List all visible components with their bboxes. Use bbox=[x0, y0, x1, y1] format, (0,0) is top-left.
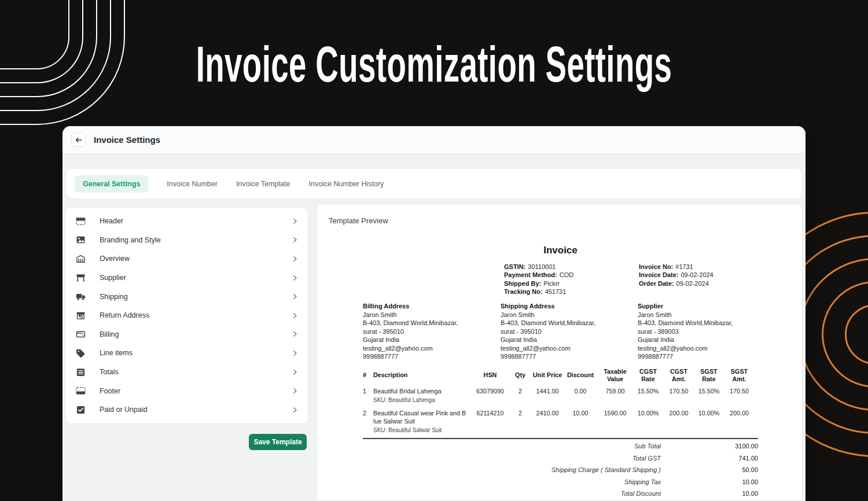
totals-list-icon bbox=[76, 367, 86, 377]
address-block: Shipping Address Jaron Smith B-403, Diam… bbox=[501, 302, 638, 361]
invoice-settings-window: Invoice Settings General Settings Invoic… bbox=[62, 126, 806, 501]
tab-label: General Settings bbox=[83, 180, 140, 188]
billing-wallet-icon bbox=[76, 329, 86, 339]
tab-label: Invoice Number History bbox=[308, 180, 384, 188]
invoice-meta: GSTIN:30110001 Payment Method:COD Shippe… bbox=[363, 263, 758, 296]
invoice-meta-line: Payment Method:COD bbox=[504, 271, 639, 279]
chevron-right-icon bbox=[291, 330, 299, 338]
table-divider bbox=[363, 438, 758, 439]
settings-section-label: Header bbox=[100, 217, 123, 225]
supplier-storefront-icon bbox=[76, 273, 86, 283]
invoice-meta-left: GSTIN:30110001 Payment Method:COD Shippe… bbox=[504, 263, 639, 296]
invoice-totals: Sub Total 3100.00 Total GST 741.00 Shipp… bbox=[363, 440, 758, 499]
total-row: Shipping Tax 10.00 bbox=[363, 476, 758, 487]
settings-section-item[interactable]: Totals bbox=[65, 363, 308, 382]
settings-section-label: Branding and Style bbox=[100, 236, 161, 244]
address-line: B-403, Diamond World,Minibazar, bbox=[501, 319, 638, 327]
address-block: Supplier Jaron Smith B-403, Diamond Worl… bbox=[638, 302, 758, 361]
address-line: surat - 395010 bbox=[363, 327, 501, 336]
settings-section-label: Paid or Unpaid bbox=[100, 406, 148, 414]
tab-label: Invoice Template bbox=[236, 180, 290, 188]
tab[interactable]: Invoice Template bbox=[236, 175, 290, 193]
address-line: Gujarat India bbox=[638, 336, 758, 344]
address-line: testing_all2@yahoo.com bbox=[638, 344, 758, 353]
invoice-meta-line: Invoice Date:09-02-2024 bbox=[639, 271, 758, 279]
settings-section-label: Line items bbox=[100, 349, 133, 357]
address-line: Jaron Smith bbox=[501, 311, 638, 319]
address-line: 9998887777 bbox=[638, 352, 758, 361]
template-preview-label: Template Preview bbox=[317, 204, 802, 225]
chevron-right-icon bbox=[291, 218, 299, 225]
item-description: Beautiful Casual wear Pink and Blue Salw… bbox=[373, 410, 467, 425]
address-line: surat - 395010 bbox=[501, 327, 638, 336]
footer-section-icon bbox=[76, 386, 86, 396]
line-items-tag-icon bbox=[76, 348, 86, 358]
chevron-right-icon bbox=[291, 236, 299, 244]
invoice-addresses: Billing Address Jaron Smith B-403, Diamo… bbox=[363, 302, 758, 361]
address-line: 9998887777 bbox=[501, 352, 638, 361]
settings-section-item[interactable]: Return Address bbox=[65, 306, 308, 325]
settings-section-item[interactable]: Footer bbox=[65, 381, 308, 400]
return-address-icon bbox=[76, 311, 86, 321]
address-line: Jaron Smith bbox=[363, 311, 501, 319]
address-line: testing_all2@yahoo.com bbox=[363, 344, 501, 353]
tab[interactable]: General Settings bbox=[75, 175, 148, 193]
page-title: Invoice Customization Settings bbox=[122, 29, 746, 99]
settings-section-list: Header Branding and Style Overview bbox=[65, 207, 308, 424]
total-row: Sub Total 3100.00 bbox=[363, 440, 758, 452]
settings-section-label: Shipping bbox=[100, 293, 128, 301]
address-line: Gujarat India bbox=[501, 336, 638, 344]
chevron-right-icon bbox=[291, 369, 299, 376]
chevron-right-icon bbox=[291, 312, 299, 319]
address-line: B-403, Diamond World,Minibazar, bbox=[363, 319, 501, 327]
address-title: Shipping Address bbox=[501, 302, 638, 311]
header-section-icon bbox=[76, 216, 86, 226]
shipping-truck-icon bbox=[76, 292, 86, 301]
settings-section-label: Footer bbox=[100, 387, 120, 395]
settings-section-item[interactable]: Billing bbox=[65, 325, 308, 344]
tab[interactable]: Invoice Number bbox=[167, 175, 218, 193]
chevron-right-icon bbox=[291, 349, 299, 357]
address-block: Billing Address Jaron Smith B-403, Diamo… bbox=[363, 302, 501, 361]
total-row: Total Discount 10.00 bbox=[363, 488, 758, 499]
total-row: Total GST 741.00 bbox=[363, 452, 758, 464]
invoice-table-header: # Description HSN Qty Unit Price Discoun… bbox=[363, 367, 758, 384]
branding-image-icon bbox=[76, 235, 86, 245]
address-line: B-403, Diamond World,Minibazar, bbox=[638, 319, 758, 327]
chevron-right-icon bbox=[291, 293, 299, 300]
overview-building-icon bbox=[76, 254, 86, 264]
corner-arc-decoration bbox=[0, 0, 69, 69]
item-description: Beautiful Bridal Lahenga bbox=[373, 388, 467, 396]
invoice-meta-line: GSTIN:30110001 bbox=[504, 263, 639, 271]
chevron-right-icon bbox=[291, 406, 299, 414]
settings-section-item[interactable]: Shipping bbox=[65, 287, 308, 306]
invoice-meta-line: Tracking No:451731 bbox=[504, 288, 639, 296]
address-line: surat - 389003 bbox=[638, 327, 758, 336]
arrow-left-icon bbox=[75, 136, 83, 144]
tab[interactable]: Invoice Number History bbox=[308, 175, 384, 193]
invoice-meta-line: Invoice No:#1731 bbox=[639, 263, 758, 271]
chevron-right-icon bbox=[291, 387, 299, 395]
invoice-meta-line: Shipped By:Pickrr bbox=[504, 279, 639, 288]
total-row: Shipping Charge ( Standard Shipping ) 50… bbox=[363, 464, 758, 476]
invoice-preview: Invoice GSTIN:30110001 Payment Method:CO… bbox=[363, 245, 758, 501]
paid-checkbox-icon bbox=[76, 405, 86, 415]
chevron-right-icon bbox=[291, 274, 299, 282]
settings-section-item[interactable]: Paid or Unpaid bbox=[65, 400, 308, 419]
address-title: Supplier bbox=[638, 302, 758, 311]
settings-section-item[interactable]: Branding and Style bbox=[65, 231, 308, 250]
template-preview-panel: Template Preview Invoice GSTIN:30110001 … bbox=[317, 204, 803, 501]
item-sku: SKU: Beautiful Salwar Suit bbox=[373, 427, 467, 433]
settings-section-item[interactable]: Supplier bbox=[65, 268, 308, 288]
settings-section-item[interactable]: Overview bbox=[65, 249, 308, 268]
settings-section-label: Billing bbox=[100, 330, 119, 338]
settings-section-label: Supplier bbox=[100, 274, 126, 282]
save-template-button[interactable]: Save Template bbox=[249, 434, 307, 450]
settings-section-label: Return Address bbox=[100, 311, 149, 319]
settings-section-item[interactable]: Header bbox=[65, 212, 308, 231]
invoice-meta-right: Invoice No:#1731 Invoice Date:09-02-2024… bbox=[639, 263, 758, 296]
settings-section-item[interactable]: Line items bbox=[65, 344, 308, 363]
invoice-line-item-row: 1 Beautiful Bridal LahengaSKU: Beautiful… bbox=[363, 384, 758, 407]
window-title: Invoice Settings bbox=[94, 135, 160, 145]
back-button[interactable] bbox=[71, 132, 86, 147]
